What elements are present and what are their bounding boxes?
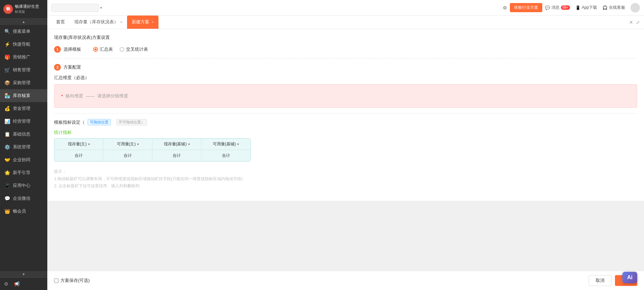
- basic-icon: 📋: [4, 131, 10, 137]
- purchase-icon: 📦: [4, 80, 10, 86]
- online-service-button[interactable]: 🎧 在线客服: [602, 5, 625, 10]
- main-area: ▾ ⚙ 体验行业方案 💬 消息 99+ 📱 App下载 🎧 在线客服 首页: [47, 0, 644, 290]
- speaker-icon[interactable]: 📢: [14, 281, 20, 287]
- message-icon: 💬: [545, 5, 550, 10]
- scroll-up-btn[interactable]: ▲: [0, 19, 47, 25]
- expand-icon[interactable]: ⤢: [636, 20, 640, 25]
- quicknav-icon: ⚡: [4, 41, 10, 47]
- app-name-area: 畅康通好生意 标准版: [15, 4, 39, 14]
- section1-number: 1: [54, 46, 61, 53]
- radio-summary[interactable]: 汇总表: [93, 46, 113, 52]
- sidebar-item-enterprise[interactable]: 🤝 企业协同: [0, 153, 47, 166]
- sidebar-item-quicknav[interactable]: ⚡ 快捷导航: [0, 38, 47, 51]
- topbar-gear-icon[interactable]: ⚙: [503, 5, 507, 10]
- sidebar-item-vip[interactable]: 👑 畅会员: [0, 205, 47, 218]
- dimension-area[interactable]: * 纵向维度 —— 请选择分组维度: [54, 84, 637, 108]
- stat-col-dropdown-1[interactable]: ▾: [137, 142, 139, 146]
- newguide-icon: 🌟: [4, 170, 10, 176]
- save-checkbox[interactable]: [54, 279, 58, 283]
- marketing-icon: 🎁: [4, 54, 10, 60]
- cancel-button[interactable]: 取消: [589, 275, 612, 286]
- section2-number: 2: [54, 64, 61, 71]
- tab-inventory-label: 现存量（库存状况表）: [74, 19, 118, 25]
- tip1: 1.拖动标题栏可以调整布局，不可跨维度或指标区域拖动栏目字段(只能在同一维度或指…: [54, 175, 637, 183]
- app-name: 畅康通好生意: [15, 4, 39, 9]
- stat-col-header-2: 现存量(基辅) ▾: [152, 139, 201, 150]
- summary-dimension-label: 汇总维度（必选）: [54, 75, 637, 81]
- stat-col-dropdown-0[interactable]: ▾: [88, 142, 90, 146]
- scroll-down-btn[interactable]: ▼: [0, 271, 47, 277]
- inventory-icon: 🏪: [4, 93, 10, 99]
- sidebar-item-marketing[interactable]: 🎁 营销推广: [0, 51, 47, 64]
- section2-title: 方案配置: [64, 64, 81, 70]
- tab-new-scheme-close-icon[interactable]: ×: [151, 20, 153, 24]
- sidebar-item-operation[interactable]: 📊 经营管理: [0, 115, 47, 128]
- template-options: 汇总表 交叉统计表: [93, 46, 148, 52]
- content-area: 现存量(库存状况表)方案设置 1 选择模板 汇总表 交叉统计表: [47, 29, 644, 271]
- user-avatar[interactable]: [630, 3, 640, 13]
- stat-col-3: 可用量(基辅) ▾ 合计: [201, 139, 250, 161]
- sidebar-item-label-enterprise: 企业协同: [13, 157, 30, 163]
- sidebar-item-appcenter[interactable]: 📱 应用中心: [0, 179, 47, 192]
- sidebar: 畅 畅康通好生意 标准版 ▲ 🔍 搜索菜单 ⚡ 快捷导航 🎁 营销推广 🛒 销售…: [0, 0, 47, 290]
- stat-table-header: 现存量(主) ▾ 合计 可用量(主) ▾ 合计: [54, 139, 250, 161]
- sidebar-item-label-search: 搜索菜单: [13, 28, 30, 34]
- sidebar-item-basic[interactable]: 📋 基础信息: [0, 128, 47, 141]
- tab-inventory-close-icon[interactable]: ×: [120, 20, 122, 24]
- finance-icon: 💰: [4, 105, 10, 112]
- trial-button[interactable]: 体验行业方案: [510, 3, 542, 12]
- ai-button[interactable]: Ai: [622, 272, 637, 283]
- sidebar-item-label-sales: 销售管理: [13, 67, 30, 73]
- enterprise-icon: 🤝: [4, 157, 10, 163]
- headset-icon: 🎧: [602, 5, 608, 10]
- sidebar-item-label-wechat: 企业微信: [13, 195, 30, 201]
- sidebar-item-label-vip: 畅会员: [13, 208, 26, 214]
- stat-col-value-0: 合计: [54, 150, 103, 161]
- sidebar-item-finance[interactable]: 💰 资金管理: [0, 102, 47, 115]
- sidebar-item-wechat[interactable]: 💬 企业微信: [0, 192, 47, 205]
- stat-col-dropdown-3[interactable]: ▾: [237, 142, 239, 146]
- tab-bar: 首页 现存量（库存状况表） × 新建方案 × ✕ ⤢: [47, 16, 644, 29]
- sidebar-item-system[interactable]: ⚙️ 系统管理: [0, 141, 47, 153]
- radio-cross-input[interactable]: [120, 47, 124, 52]
- save-label: 方案保存(可选): [60, 277, 90, 284]
- tab-expand-area: ✕ ⤢: [629, 20, 640, 25]
- message-label: 消息: [551, 5, 560, 10]
- stat-col-value-1: 合计: [103, 150, 152, 161]
- dimension-placeholder: * 纵向维度 —— 请选择分组维度: [61, 93, 128, 99]
- topbar-search-input[interactable]: [51, 4, 99, 12]
- tab-inventory[interactable]: 现存量（库存状况表） ×: [70, 16, 127, 29]
- collapse-icon[interactable]: ✕: [629, 20, 633, 25]
- stat-col-value-3: 合计: [201, 150, 250, 161]
- radio-summary-input[interactable]: [93, 47, 98, 52]
- settings-icon[interactable]: ⚙: [4, 281, 8, 287]
- sidebar-item-search[interactable]: 🔍 搜索菜单: [0, 25, 47, 38]
- sidebar-item-label-finance: 资金管理: [13, 105, 30, 112]
- tab-new-scheme[interactable]: 新建方案 ×: [127, 16, 158, 29]
- radio-cross[interactable]: 交叉统计表: [120, 46, 148, 52]
- sidebar-item-newguide[interactable]: 🌟 新手引导: [0, 166, 47, 179]
- sidebar-item-label-inventory: 库存核算: [13, 93, 30, 99]
- section1-header: 1 选择模板 汇总表 交叉统计表: [54, 46, 637, 53]
- sidebar-item-purchase[interactable]: 📦 采购管理: [0, 76, 47, 89]
- sidebar-item-label-operation: 经营管理: [13, 118, 30, 124]
- sidebar-item-label-system: 系统管理: [13, 144, 30, 150]
- sidebar-item-inventory[interactable]: 🏪 库存核算: [0, 89, 47, 102]
- draggable-badge: 可拖动位置: [88, 119, 111, 125]
- sidebar-item-label-newguide: 新手引导: [13, 170, 30, 176]
- tab-home[interactable]: 首页: [51, 16, 70, 29]
- topbar: ▾ ⚙ 体验行业方案 💬 消息 99+ 📱 App下载 🎧 在线客服: [47, 0, 644, 16]
- save-option: 方案保存(可选): [54, 277, 90, 284]
- topbar-dropdown-icon[interactable]: ▾: [100, 5, 102, 10]
- sidebar-item-sales[interactable]: 🛒 销售管理: [0, 64, 47, 76]
- app-badge: 标准版: [15, 9, 39, 14]
- stat-col-dropdown-2[interactable]: ▾: [188, 142, 190, 146]
- message-button[interactable]: 💬 消息 99+: [545, 5, 570, 10]
- stat-col-header-1: 可用量(主) ▾: [103, 139, 152, 150]
- section-divider-2: [54, 113, 637, 114]
- sidebar-item-label-basic: 基础信息: [13, 131, 30, 137]
- stat-col-header-0: 现存量(主) ▾: [54, 139, 103, 150]
- stat-table: 现存量(主) ▾ 合计 可用量(主) ▾ 合计: [54, 138, 251, 162]
- app-download-button[interactable]: 📱 App下载: [575, 5, 597, 10]
- sidebar-item-label-purchase: 采购管理: [13, 80, 30, 86]
